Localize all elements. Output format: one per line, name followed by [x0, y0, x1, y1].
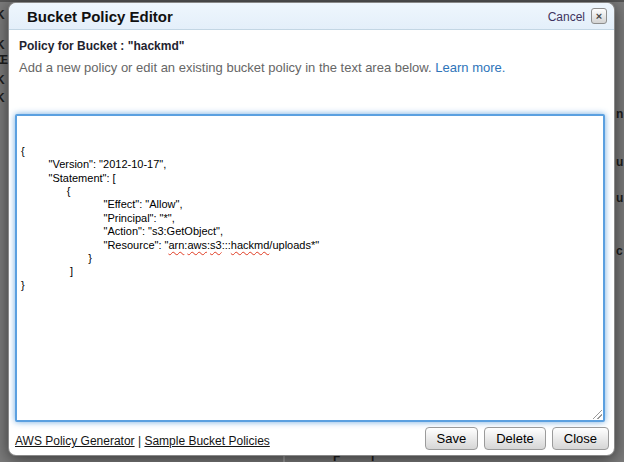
- cancel-link[interactable]: Cancel: [548, 10, 585, 24]
- sample-bucket-policies-link[interactable]: Sample Bucket Policies: [144, 434, 269, 448]
- delete-button[interactable]: Delete: [484, 427, 546, 450]
- misspelled-word: s3: [210, 239, 222, 251]
- learn-more-link[interactable]: Learn more.: [435, 60, 505, 75]
- dialog-title: Bucket Policy Editor: [27, 3, 173, 30]
- description-text: Add a new policy or edit an existing buc…: [19, 60, 432, 75]
- background-text-fragment: c: [616, 244, 623, 258]
- close-icon[interactable]: ×: [591, 8, 607, 24]
- background-text-fragment: u: [616, 155, 623, 169]
- aws-policy-generator-link[interactable]: AWS Policy Generator: [15, 434, 135, 448]
- misspelled-word: arn: [168, 239, 184, 251]
- footer-links: AWS Policy Generator | Sample Bucket Pol…: [15, 434, 270, 448]
- close-button[interactable]: Close: [552, 427, 609, 450]
- background-text-fragment: Œ: [0, 53, 8, 67]
- save-button[interactable]: Save: [425, 427, 479, 450]
- footer-buttons: Save Delete Close: [425, 427, 609, 450]
- background-text-fragment: u: [616, 191, 623, 205]
- background-text-fragment: n: [616, 107, 623, 121]
- policy-for-bucket-label: Policy for Bucket : "hackmd": [19, 39, 184, 53]
- misspelled-word: hackmd: [231, 239, 270, 251]
- background-text-fragment: K: [0, 8, 5, 22]
- dialog-header: Bucket Policy Editor Cancel ×: [9, 3, 614, 30]
- policy-text: { "Version": "2012-10-17", "Statement": …: [21, 145, 601, 292]
- resize-grip-icon[interactable]: [591, 408, 602, 419]
- misspelled-word: aws: [187, 239, 207, 251]
- background-text-fragment: K: [0, 91, 5, 105]
- background-text-fragment: K: [0, 38, 5, 52]
- bucket-policy-editor-dialog: Bucket Policy Editor Cancel × Policy for…: [8, 2, 615, 456]
- links-separator: |: [138, 434, 141, 448]
- background-text-fragment: K: [0, 73, 5, 87]
- dialog-description: Add a new policy or edit an existing buc…: [19, 60, 505, 75]
- policy-textarea[interactable]: { "Version": "2012-10-17", "Statement": …: [15, 114, 605, 422]
